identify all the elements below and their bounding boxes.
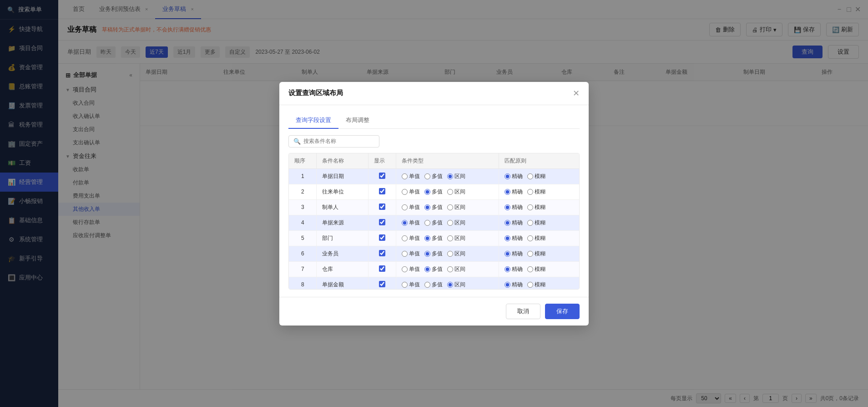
condtype-radio-item[interactable]: 单值	[402, 265, 420, 273]
tab-layout[interactable]: 布局调整	[338, 112, 377, 129]
matchrule-radio-item[interactable]: 精确	[505, 250, 523, 258]
matchrule-radio[interactable]	[527, 173, 533, 179]
condtype-radio[interactable]	[402, 220, 408, 226]
matchrule-radio-item[interactable]: 精确	[505, 188, 523, 196]
row-name: 制单人	[317, 199, 368, 215]
matchrule-radio-item[interactable]: 模糊	[527, 265, 545, 273]
matchrule-radio[interactable]	[505, 282, 510, 288]
display-checkbox[interactable]	[379, 234, 385, 241]
condtype-radio[interactable]	[402, 235, 408, 241]
condtype-radio-item[interactable]: 区间	[447, 250, 465, 258]
matchrule-radio-item[interactable]: 精确	[505, 234, 523, 242]
condtype-radio-item[interactable]: 区间	[447, 265, 465, 273]
condtype-radio[interactable]	[402, 266, 408, 272]
dialog-tabs: 查询字段设置 布局调整	[288, 112, 580, 129]
matchrule-radio-item[interactable]: 精确	[505, 265, 523, 273]
matchrule-radio-item[interactable]: 模糊	[527, 234, 545, 242]
condtype-radio[interactable]	[424, 251, 430, 257]
matchrule-radio-item[interactable]: 精确	[505, 204, 523, 211]
condtype-radio[interactable]	[447, 173, 453, 179]
matchrule-radio[interactable]	[527, 251, 533, 257]
condtype-radio[interactable]	[447, 220, 453, 226]
matchrule-radio[interactable]	[527, 235, 533, 241]
dialog-table-row: 6业务员单值多值区间精确模糊	[289, 246, 579, 261]
condtype-radio[interactable]	[402, 282, 408, 288]
condtype-radio-item[interactable]: 区间	[447, 234, 465, 242]
matchrule-radio-item[interactable]: 精确	[505, 173, 523, 180]
condtype-radio[interactable]	[424, 266, 430, 272]
matchrule-radio-item[interactable]: 精确	[505, 219, 523, 227]
condtype-radio-item[interactable]: 多值	[424, 219, 443, 227]
display-checkbox[interactable]	[379, 281, 385, 287]
condtype-radio-item[interactable]: 多值	[424, 204, 443, 211]
condtype-radio-item[interactable]: 区间	[447, 188, 465, 196]
condtype-radio-item[interactable]: 单值	[402, 281, 420, 289]
condtype-radio-item[interactable]: 区间	[447, 204, 465, 211]
condtype-radio[interactable]	[447, 235, 453, 241]
condtype-radio[interactable]	[402, 189, 408, 195]
matchrule-radio[interactable]	[505, 220, 510, 226]
display-checkbox[interactable]	[379, 173, 385, 179]
matchrule-radio[interactable]	[527, 266, 533, 272]
tab-fields[interactable]: 查询字段设置	[288, 112, 338, 129]
condtype-radio[interactable]	[402, 204, 408, 210]
dialog-close-button[interactable]: ✕	[573, 88, 580, 98]
condtype-radio-item[interactable]: 单值	[402, 234, 420, 242]
condtype-radio-item[interactable]: 区间	[447, 173, 465, 180]
matchrule-radio[interactable]	[527, 204, 533, 210]
display-checkbox[interactable]	[379, 188, 385, 194]
condtype-radio-item[interactable]: 单值	[402, 188, 420, 196]
condtype-radio[interactable]	[424, 220, 430, 226]
matchrule-radio-item[interactable]: 模糊	[527, 219, 545, 227]
matchrule-radio[interactable]	[505, 189, 510, 195]
condtype-radio[interactable]	[402, 251, 408, 257]
condtype-radio-item[interactable]: 区间	[447, 219, 465, 227]
condtype-radio-item[interactable]: 多值	[424, 265, 443, 273]
condtype-radio[interactable]	[402, 173, 408, 179]
condtype-radio[interactable]	[424, 173, 430, 179]
condtype-radio-item[interactable]: 多值	[424, 234, 443, 242]
matchrule-radio-group: 精确模糊	[505, 219, 574, 227]
condtype-radio-item[interactable]: 单值	[402, 173, 420, 180]
condtype-radio-item[interactable]: 多值	[424, 173, 443, 180]
row-order: 4	[289, 215, 317, 230]
condtype-radio[interactable]	[424, 282, 430, 288]
display-checkbox[interactable]	[379, 219, 385, 225]
condtype-radio-item[interactable]: 多值	[424, 281, 443, 289]
matchrule-radio-item[interactable]: 精确	[505, 281, 523, 289]
condtype-radio-item[interactable]: 单值	[402, 219, 420, 227]
condtype-radio-item[interactable]: 多值	[424, 250, 443, 258]
condtype-radio-item[interactable]: 区间	[447, 281, 465, 289]
matchrule-radio[interactable]	[505, 235, 510, 241]
condtype-radio-item[interactable]: 单值	[402, 204, 420, 211]
matchrule-radio-item[interactable]: 模糊	[527, 250, 545, 258]
matchrule-radio-item[interactable]: 模糊	[527, 204, 545, 211]
display-checkbox[interactable]	[379, 250, 385, 256]
matchrule-radio[interactable]	[527, 189, 533, 195]
condtype-radio[interactable]	[447, 282, 453, 288]
matchrule-radio[interactable]	[505, 251, 510, 257]
condtype-radio[interactable]	[424, 235, 430, 241]
condtype-radio[interactable]	[447, 189, 453, 195]
condtype-radio-group: 单值多值区间	[402, 219, 493, 227]
matchrule-radio-item[interactable]: 模糊	[527, 173, 545, 180]
condtype-radio[interactable]	[447, 204, 453, 210]
condtype-radio[interactable]	[424, 189, 430, 195]
condtype-radio[interactable]	[447, 266, 453, 272]
save-dialog-button[interactable]: 保存	[545, 304, 580, 319]
display-checkbox[interactable]	[379, 265, 385, 272]
matchrule-radio[interactable]	[505, 173, 510, 179]
condtype-radio[interactable]	[447, 251, 453, 257]
condtype-radio[interactable]	[424, 204, 430, 210]
matchrule-radio[interactable]	[527, 282, 533, 288]
dialog-search-input[interactable]	[303, 138, 372, 144]
condtype-radio-item[interactable]: 单值	[402, 250, 420, 258]
matchrule-radio[interactable]	[505, 204, 510, 210]
matchrule-radio-item[interactable]: 模糊	[527, 281, 545, 289]
condtype-radio-item[interactable]: 多值	[424, 188, 443, 196]
matchrule-radio-item[interactable]: 模糊	[527, 188, 545, 196]
matchrule-radio[interactable]	[527, 220, 533, 226]
display-checkbox[interactable]	[379, 204, 385, 210]
cancel-button[interactable]: 取消	[506, 304, 540, 319]
matchrule-radio[interactable]	[505, 266, 510, 272]
